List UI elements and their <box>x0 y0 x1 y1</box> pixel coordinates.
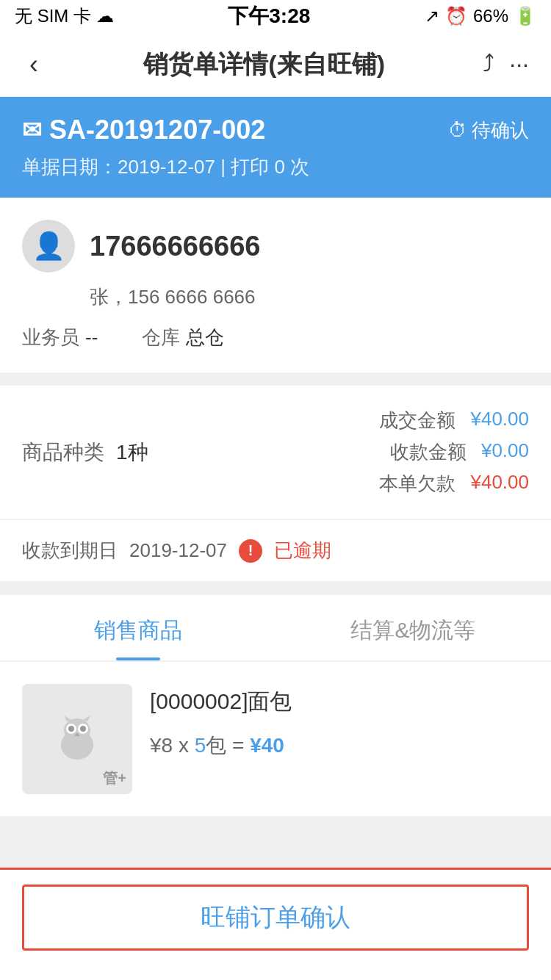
warehouse-value: 总仓 <box>186 325 224 350</box>
customer-meta: 业务员 -- 仓库 总仓 <box>22 325 529 350</box>
warehouse-label: 仓库 <box>142 325 180 350</box>
avatar-icon: 👤 <box>32 231 65 262</box>
customer-phone: 17666666666 <box>90 231 260 262</box>
order-header-card: ✉ SA-20191207-002 ⏱ 待确认 单据日期：2019-12-07 … <box>0 97 551 198</box>
sim-status: 无 SIM 卡 ☁ <box>15 4 114 28</box>
product-info: [0000002]面包 ¥8 x 5包 = ¥40 <box>150 684 529 760</box>
due-label: 收款到期日 <box>22 538 118 563</box>
product-item: 管+ [0000002]面包 ¥8 x 5包 = ¥40 <box>0 662 551 816</box>
svg-point-5 <box>80 726 86 732</box>
page-title: 销货单详情(来自旺铺) <box>46 48 483 82</box>
kind-value: 1种 <box>116 439 148 466</box>
status-label: 待确认 <box>472 118 529 143</box>
product-equals: = <box>226 734 250 757</box>
salesperson-label: 业务员 <box>22 325 79 350</box>
tab-settlement[interactable]: 结算&物流等 <box>276 595 551 660</box>
order-date: 单据日期：2019-12-07 | 打印 0 次 <box>22 154 529 180</box>
order-icon: ✉ <box>22 116 42 144</box>
location-icon: ↗ <box>425 6 439 26</box>
tabs-section: 销售商品 结算&物流等 <box>0 595 551 660</box>
alarm-icon: ⏰ <box>445 6 467 26</box>
back-button[interactable]: ‹ <box>22 42 46 87</box>
status-bar: 无 SIM 卡 ☁ 下午3:28 ↗ ⏰ 66% 🔋 <box>0 0 551 32</box>
confirm-order-button[interactable]: 旺铺订单确认 <box>22 884 529 951</box>
owe-value: ¥40.00 <box>470 471 529 497</box>
share-button[interactable]: ⤴ <box>483 51 494 78</box>
customer-name: 张，156 6666 6666 <box>22 284 529 310</box>
product-brand-label: 管+ <box>103 768 126 788</box>
status-clock-icon: ⏱ <box>448 119 467 142</box>
product-logo-icon <box>48 710 107 768</box>
overdue-icon: ! <box>239 539 262 563</box>
owe-label: 本单欠款 <box>379 471 455 497</box>
received-value: ¥0.00 <box>481 439 529 465</box>
customer-section: 👤 17666666666 张，156 6666 6666 业务员 -- 仓库 … <box>0 198 551 372</box>
nav-bar: ‹ 销货单详情(来自旺铺) ⤴ ··· <box>0 32 551 97</box>
product-unit: 包 <box>206 734 226 757</box>
bottom-bar: 旺铺订单确认 <box>0 868 551 980</box>
due-date: 2019-12-07 <box>129 539 227 562</box>
more-button[interactable]: ··· <box>509 51 529 78</box>
warehouse-field: 仓库 总仓 <box>142 325 224 350</box>
separator-2 <box>0 583 551 595</box>
status-bar-time: 下午3:28 <box>228 2 310 30</box>
due-section: 收款到期日 2019-12-07 ! 已逾期 <box>0 520 551 582</box>
tab-products[interactable]: 销售商品 <box>0 595 276 660</box>
svg-point-4 <box>68 726 74 732</box>
salesperson-field: 业务员 -- <box>22 325 98 350</box>
product-price: ¥8 x <box>150 734 195 757</box>
overdue-text: 已逾期 <box>274 538 331 563</box>
kind-label: 商品种类 <box>22 439 104 466</box>
product-price-row: ¥8 x 5包 = ¥40 <box>150 732 529 760</box>
battery-icon: 🔋 <box>514 6 536 26</box>
product-thumbnail: 管+ <box>22 684 132 794</box>
summary-section: 商品种类 1种 成交金额 ¥40.00 收款金额 ¥0.00 本单欠款 ¥40.… <box>0 386 551 519</box>
status-bar-left: 无 SIM 卡 ☁ <box>15 4 114 28</box>
battery-level: 66% <box>473 6 508 26</box>
received-label: 收款金额 <box>390 439 467 465</box>
product-total: ¥40 <box>250 734 284 757</box>
amount-value: ¥40.00 <box>470 408 529 433</box>
amount-label: 成交金额 <box>379 408 455 433</box>
avatar: 👤 <box>22 220 75 273</box>
nav-actions: ⤴ ··· <box>483 51 529 78</box>
order-status: ⏱ 待确认 <box>448 118 529 143</box>
product-name: [0000002]面包 <box>150 687 529 717</box>
order-id: ✉ SA-20191207-002 <box>22 115 265 145</box>
product-qty: 5 <box>195 734 206 757</box>
separator-1 <box>0 374 551 386</box>
salesperson-value: -- <box>85 326 98 349</box>
status-bar-right: ↗ ⏰ 66% 🔋 <box>425 6 536 26</box>
